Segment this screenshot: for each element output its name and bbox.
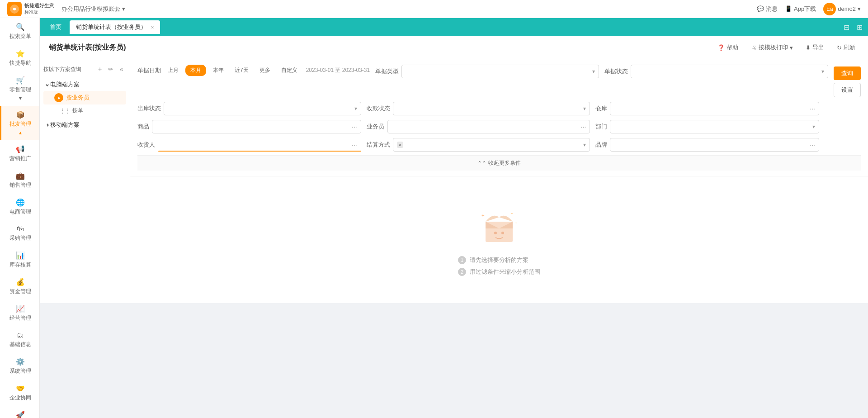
top-bar-left: 畅捷通好生意 标准版 办公用品行业模拟账套 ▾ — [7, 2, 129, 16]
message-button[interactable]: 💬 消息 — [757, 5, 778, 13]
date-btn-custom[interactable]: 自定义 — [277, 65, 302, 76]
doc-status-select[interactable]: ▾ — [631, 65, 828, 78]
svg-point-2 — [494, 232, 497, 234]
tab-minimize-button[interactable]: ⊟ — [842, 21, 851, 33]
sidebar-item-finance[interactable]: 💰 资金管理 — [0, 273, 39, 300]
sidebar-item-purchase[interactable]: 🛍 采购管理 — [0, 220, 39, 247]
collapse-filters-button[interactable]: ⌃⌃ 收起更多条件 — [137, 155, 861, 171]
settlement-select[interactable]: × ▾ — [393, 138, 590, 152]
doc-status-arrow-icon: ▾ — [821, 68, 824, 75]
date-btn-more[interactable]: 更多 — [255, 65, 274, 76]
goods-dots-icon: ··· — [352, 123, 357, 130]
out-status-select[interactable]: ▾ — [164, 102, 361, 115]
sidebar-item-wholesale[interactable]: 📦 批发管理 ▴ — [0, 106, 39, 140]
warehouse-select[interactable]: ··· — [610, 102, 819, 115]
sidebar-item-shortcut[interactable]: ⭐ 快捷导航 — [0, 45, 39, 71]
help-label: 帮助 — [726, 43, 738, 52]
tab-home[interactable]: 首页 — [43, 20, 68, 34]
expand-icon2: ▴ — [19, 129, 22, 136]
receiver-label: 收货人 — [137, 141, 156, 149]
tab-bar: 首页 销货单统计表（按业务员） × ⊟ ⊞ — [40, 18, 868, 36]
query-button[interactable]: 查询 — [834, 66, 861, 80]
dept-arrow-icon: ▾ — [812, 124, 815, 130]
sidebar-label-ecommerce: 电商管理 — [9, 208, 31, 216]
sidebar-item-inventory[interactable]: 📊 库存核算 — [0, 247, 39, 273]
empty-tip-2: 2 用过滤条件来缩小分析范围 — [458, 268, 540, 276]
logo-subtitle: 标准版 — [24, 9, 54, 15]
sidebar-item-search[interactable]: 🔍 搜索菜单 — [0, 18, 39, 45]
content-area: 首页 销货单统计表（按业务员） × ⊟ ⊞ 销货单统计表(按业务员) ❓ — [40, 18, 868, 418]
settings-button[interactable]: 设置 — [834, 83, 861, 97]
retail-icon: 🛒 — [16, 76, 25, 85]
tree-sub-by-order[interactable]: ⋮⋮ 按单 — [43, 104, 126, 117]
salesperson-select[interactable]: ··· — [387, 120, 590, 133]
page-title: 销货单统计表(按业务员) — [49, 43, 126, 52]
tab-active[interactable]: 销货单统计表（按业务员） × — [70, 20, 160, 34]
tree-child-salesperson[interactable]: ● 按业务员 — [43, 91, 126, 104]
sidebar-label-enterprise: 企业协同 — [9, 394, 31, 402]
marketing-icon: 📢 — [16, 145, 25, 153]
inner-layout: 按以下方案查询 ＋ ✏ « 电脑端方案 — [40, 59, 868, 303]
sidebar-item-ecommerce[interactable]: 🌐 电商管理 — [0, 194, 39, 220]
tree-parent-mobile[interactable]: 移动端方案 — [43, 119, 126, 131]
app-download-button[interactable]: 📱 App下载 — [785, 5, 816, 13]
user-menu[interactable]: Ea demo2 ▾ — [823, 3, 861, 15]
sidebar-label-search: 搜索菜单 — [9, 33, 31, 40]
left-panel-icons: ＋ ✏ « — [95, 65, 126, 74]
phone-icon: 📱 — [785, 5, 792, 12]
tab-close-button[interactable]: × — [151, 24, 154, 30]
doc-type-arrow-icon: ▾ — [592, 68, 595, 75]
collect-status-select[interactable]: ▾ — [393, 102, 590, 115]
operation-icon: 📈 — [16, 304, 25, 313]
brand-select[interactable]: ··· — [610, 138, 819, 152]
date-range-display: 2023-03-01 至 2023-03-31 — [306, 66, 370, 74]
date-btn-thismonth[interactable]: 本月 — [185, 65, 206, 76]
refresh-button[interactable]: ↻ 刷新 — [833, 42, 859, 53]
help-icon: ❓ — [717, 44, 725, 51]
sidebar-item-newbie[interactable]: 🚀 新手引导 — [0, 406, 39, 418]
collapse-panel-button[interactable]: « — [117, 65, 126, 74]
add-scheme-button[interactable]: ＋ — [95, 65, 104, 74]
help-button[interactable]: ❓ 帮助 — [714, 42, 742, 53]
page-header: 销货单统计表(按业务员) ❓ 帮助 🖨 按模板打印 ▾ ⬇ — [40, 36, 868, 59]
app-selector[interactable]: 办公用品行业模拟账套 ▾ — [58, 3, 129, 15]
basics-icon: 🗂 — [17, 331, 24, 339]
tab-active-label: 销货单统计表（按业务员） — [76, 23, 146, 31]
sidebar-item-operation[interactable]: 📈 经营管理 — [0, 300, 39, 327]
goods-select[interactable]: ··· — [152, 120, 361, 133]
finance-icon: 💰 — [16, 278, 25, 286]
sidebar-item-marketing[interactable]: 📢 营销推广 — [0, 140, 39, 167]
tip-num-1: 1 — [458, 256, 466, 264]
receiver-input[interactable]: ··· — [158, 138, 361, 152]
tree-parent-pc[interactable]: 电脑端方案 — [43, 78, 126, 91]
app-download-label: App下载 — [794, 5, 816, 13]
print-chevron-icon: ▾ — [790, 44, 793, 51]
sidebar-item-retail[interactable]: 🛒 零售管理 ▾ — [0, 71, 39, 106]
export-icon: ⬇ — [806, 44, 811, 51]
doc-type-select[interactable]: ▾ — [401, 65, 599, 78]
sidebar-item-basics[interactable]: 🗂 基础信息 — [0, 327, 39, 353]
settlement-clear-icon[interactable]: × — [397, 142, 403, 148]
dept-label: 部门 — [595, 123, 607, 131]
tab-maximize-button[interactable]: ⊞ — [855, 21, 864, 33]
logo-area: 畅捷通好生意 标准版 — [7, 2, 54, 16]
right-panel: 单据日期 上月 本月 本年 近7天 更多 自定义 — [130, 59, 868, 303]
top-bar: 畅捷通好生意 标准版 办公用品行业模拟账套 ▾ 💬 消息 📱 App下载 Ea — [0, 0, 868, 18]
tree-arrow-down-icon — [46, 83, 49, 86]
svg-text:✦: ✦ — [515, 222, 517, 224]
sidebar-item-sales[interactable]: 💼 销售管理 — [0, 167, 39, 194]
sales-icon: 💼 — [16, 171, 25, 180]
page-header-actions: ❓ 帮助 🖨 按模板打印 ▾ ⬇ 导出 ↻ — [714, 42, 859, 53]
sidebar-item-enterprise[interactable]: 🤝 企业协同 — [0, 380, 39, 406]
system-icon: ⚙️ — [16, 357, 25, 366]
export-button[interactable]: ⬇ 导出 — [802, 42, 828, 53]
logo-text-area: 畅捷通好生意 标准版 — [24, 2, 54, 15]
date-btn-7days[interactable]: 近7天 — [231, 65, 253, 76]
date-btn-lastmonth[interactable]: 上月 — [164, 65, 183, 76]
edit-scheme-button[interactable]: ✏ — [106, 65, 115, 74]
sidebar-item-system[interactable]: ⚙️ 系统管理 — [0, 353, 39, 380]
date-btn-thisyear[interactable]: 本年 — [209, 65, 228, 76]
sidebar-label-sales: 销售管理 — [9, 181, 31, 189]
dept-select[interactable]: ▾ — [610, 120, 819, 133]
print-button[interactable]: 🖨 按模板打印 ▾ — [747, 42, 797, 53]
